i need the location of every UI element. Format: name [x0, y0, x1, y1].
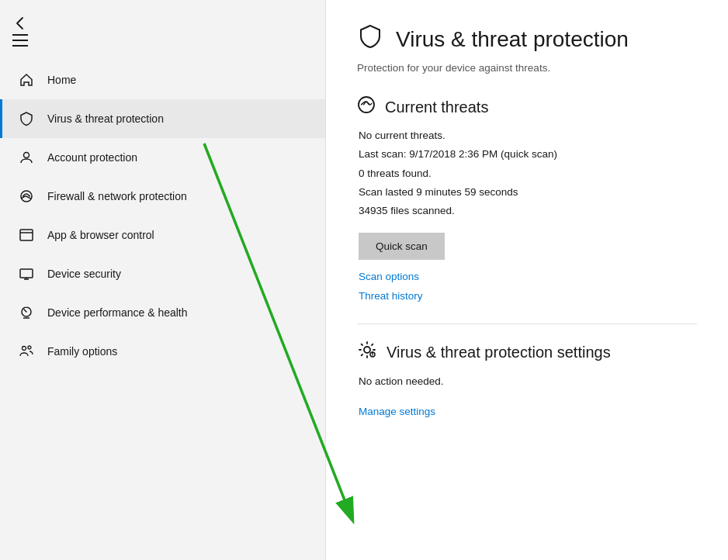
virus-icon: [18, 110, 35, 127]
svg-rect-7: [20, 269, 33, 278]
back-button[interactable]: [12, 16, 313, 31]
threat-status-line-3: Scan lasted 9 minutes 59 seconds: [359, 185, 697, 200]
page-title: Virus & threat protection: [396, 27, 629, 52]
svg-point-3: [24, 153, 29, 158]
scan-options-link[interactable]: Scan options: [359, 271, 697, 282]
sidebar-item-home-label: Home: [47, 74, 76, 86]
current-threats-icon: [357, 95, 376, 119]
current-threats-section: Current threats No current threats. Last…: [357, 95, 697, 302]
sidebar-item-firewall-label: Firewall & network protection: [47, 190, 187, 202]
svg-point-11: [23, 347, 26, 351]
svg-point-13: [364, 347, 370, 353]
sidebar-item-app-browser[interactable]: App & browser control: [0, 216, 325, 254]
sidebar-item-account[interactable]: Account protection: [0, 138, 325, 177]
quick-scan-button[interactable]: Quick scan: [359, 233, 445, 260]
vtp-settings-body: No action needed. Manage settings: [357, 374, 697, 417]
svg-rect-2: [12, 45, 28, 47]
sidebar-item-virus-label: Virus & threat protection: [47, 112, 164, 125]
sidebar-item-device-perf[interactable]: Device performance & health: [0, 293, 325, 332]
main-content: Virus & threat protection Protection for…: [326, 0, 728, 560]
section-divider: [357, 323, 697, 324]
vtp-settings-header: Virus & threat protection settings: [357, 340, 697, 365]
account-icon: [18, 149, 35, 166]
current-threats-body: No current threats. Last scan: 9/17/2018…: [357, 128, 697, 302]
sidebar-item-family-label: Family options: [47, 345, 117, 358]
page-subtitle: Protection for your device against threa…: [357, 62, 697, 74]
sidebar-item-app-browser-label: App & browser control: [47, 229, 154, 241]
hamburger-button[interactable]: [12, 34, 313, 47]
threat-history-link[interactable]: Threat history: [359, 290, 697, 302]
page-header: Virus & threat protection: [357, 23, 697, 56]
device-security-icon: [18, 265, 35, 282]
home-icon: [18, 71, 35, 88]
svg-point-17: [372, 356, 373, 357]
threat-status-line-0: No current threats.: [359, 128, 697, 143]
sidebar-item-home[interactable]: Home: [0, 60, 325, 99]
manage-settings-link[interactable]: Manage settings: [359, 406, 697, 417]
vtp-settings-icon: [357, 340, 377, 365]
sidebar: Home Virus & threat protection Account p…: [0, 0, 326, 560]
sidebar-item-account-label: Account protection: [47, 151, 137, 164]
sidebar-item-device-security[interactable]: Device security: [0, 254, 325, 293]
current-threats-title: Current threats: [385, 99, 488, 116]
sidebar-item-device-security-label: Device security: [47, 268, 121, 280]
threat-status-line-2: 0 threats found.: [359, 166, 697, 181]
threat-status-line-1: Last scan: 9/17/2018 2:36 PM (quick scan…: [359, 147, 697, 162]
sidebar-nav: Home Virus & threat protection Account p…: [0, 60, 325, 371]
device-perf-icon: [18, 304, 35, 321]
vtp-status-line-0: No action needed.: [359, 374, 697, 389]
svg-rect-0: [12, 34, 28, 36]
firewall-icon: [18, 188, 35, 205]
app-browser-icon: [18, 226, 35, 244]
svg-rect-1: [12, 40, 28, 41]
current-threats-header: Current threats: [357, 95, 697, 119]
vtp-settings-title: Virus & threat protection settings: [387, 344, 611, 361]
sidebar-item-firewall[interactable]: Firewall & network protection: [0, 177, 325, 216]
sidebar-top-controls: [0, 8, 325, 54]
threat-status-line-4: 34935 files scanned.: [359, 203, 697, 219]
svg-rect-5: [20, 230, 33, 240]
sidebar-item-device-perf-label: Device performance & health: [47, 306, 188, 319]
sidebar-item-virus[interactable]: Virus & threat protection: [0, 99, 325, 138]
page-header-icon: [357, 23, 383, 56]
sidebar-item-family[interactable]: Family options: [0, 332, 325, 371]
vtp-settings-section: Virus & threat protection settings No ac…: [357, 340, 697, 417]
svg-point-12: [28, 346, 31, 349]
family-icon: [18, 343, 35, 360]
